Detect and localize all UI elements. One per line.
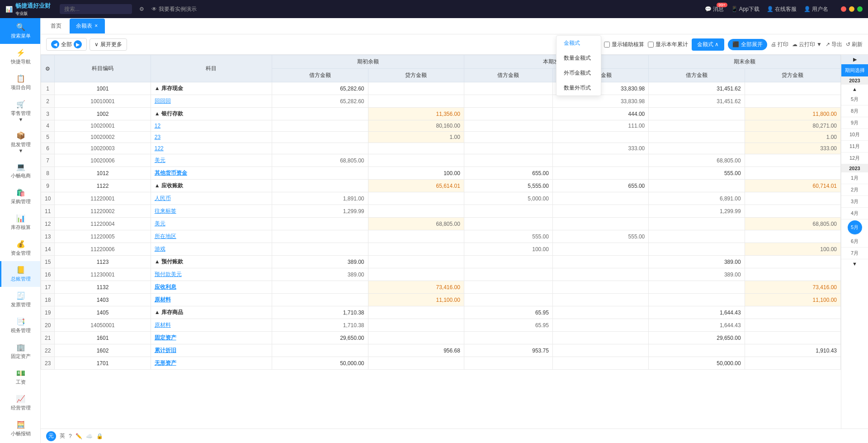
sidebar-item-capital[interactable]: 💰 资金管理 (0, 235, 40, 261)
print-btn[interactable]: 🖨 打印 (771, 41, 788, 48)
bottom-lock-icon[interactable]: 🔒 (96, 433, 103, 439)
window-maximize-btn[interactable] (857, 6, 863, 12)
row-name[interactable]: 应收利息 (151, 281, 272, 294)
table-row[interactable]: 1411220006游戏100.00100.00 (41, 243, 841, 256)
table-row[interactable]: 151123▲ 预付账款389.00389.00 (41, 256, 841, 268)
refresh-btn[interactable]: ↺ 刷新 (846, 41, 863, 48)
message-btn[interactable]: 💬 消息 99+ (705, 5, 724, 13)
sidebar-item-inventory[interactable]: 📊 库存核算 (0, 210, 40, 235)
sidebar-item-retail[interactable]: 🛒 零售管理 ▼ (0, 95, 40, 127)
sidebar-item-invoice[interactable]: 🧾 发票管理 (0, 287, 40, 313)
window-close-btn[interactable] (841, 6, 846, 12)
sidebar-item-wholesale[interactable]: 📦 批发管理 ▼ (0, 127, 40, 158)
table-row[interactable]: 2014050001原材料1,710.3865.951,644.43 (41, 319, 841, 332)
table-row[interactable]: 81012其他货币资金100.00655.00555.00 (41, 167, 841, 180)
period-collapse-btn[interactable]: ▶ (841, 55, 868, 64)
period-month-9[interactable]: 9月 (841, 117, 868, 129)
dropdown-item-qty-foreign[interactable]: 数量外币式 (557, 81, 601, 95)
period-nav-down[interactable]: ▼ (841, 259, 868, 268)
table-row[interactable]: 181403原材料11,100.0011,100.00 (41, 294, 841, 306)
table-row[interactable]: 211601固定资产29,650.0029,650.00 (41, 332, 841, 344)
window-minimize-btn[interactable] (849, 6, 854, 12)
table-row[interactable]: 231701无形资产50,000.0050,000.00 (41, 357, 841, 370)
sidebar-item-ecommerce[interactable]: 💻 小畅电商 (0, 158, 40, 184)
breadcrumb-btn[interactable]: ◀ 全部 ▶ (46, 38, 87, 51)
period-month-1[interactable]: 1月 (841, 172, 868, 184)
period-month-10[interactable]: 10月 (841, 129, 868, 141)
table-row[interactable]: 221602累计折旧956.68953.751,910.43 (41, 344, 841, 357)
period-month-5-top[interactable]: 5月 (841, 94, 868, 105)
period-month-3[interactable]: 3月 (841, 196, 868, 208)
sidebar-item-quick-nav[interactable]: ⚡ 快捷导航 (0, 44, 40, 70)
table-row[interactable]: 710020006美元68,805.0068,805.00 (41, 154, 841, 167)
dropdown-item-foreign-amount[interactable]: 外币金额式 (557, 66, 601, 81)
bottom-lang-icon[interactable]: 英 (60, 432, 65, 440)
top-search-input[interactable] (60, 4, 132, 14)
dropdown-item-amount[interactable]: 金额式 (557, 36, 601, 51)
bottom-edit-icon[interactable]: ✏️ (75, 433, 82, 439)
sidebar-item-expense[interactable]: 🧮 小畅报销 (0, 416, 40, 442)
row-name[interactable]: 其他货币资金 (151, 167, 272, 180)
table-row[interactable]: 191405▲ 库存商品1,710.3865.951,644.43 (41, 306, 841, 319)
nav-right-icon[interactable]: ▶ (74, 40, 82, 48)
table-row[interactable]: 4100200011280,160.00111.0080,271.00 (41, 120, 841, 132)
period-month-7[interactable]: 7月 (841, 248, 868, 259)
table-row[interactable]: 1011220001人民币1,891.005,000.006,891.00 (41, 192, 841, 205)
sidebar-item-assets[interactable]: 🏢 固定资产 (0, 338, 40, 364)
dropdown-item-qty-amount[interactable]: 数量金额式 (557, 51, 601, 66)
period-month-2[interactable]: 2月 (841, 184, 868, 196)
period-month-4[interactable]: 4月 (841, 208, 868, 219)
row-name[interactable]: 原材料 (151, 294, 272, 306)
tab-home[interactable]: 首页 (44, 19, 68, 33)
table-row[interactable]: 171132应收利息73,416.0073,416.00 (41, 281, 841, 294)
sidebar-item-ledger[interactable]: 📒 总账管理 (0, 261, 40, 287)
row-name[interactable]: 12 (151, 120, 272, 132)
table-row[interactable]: 31002▲ 银行存款11,356.00444.0011,800.00 (41, 108, 841, 120)
row-name[interactable]: 固定资产 (151, 332, 272, 344)
table-row[interactable]: 1611230001预付款美元389.00389.00 (41, 268, 841, 281)
user-avatar[interactable]: 👤 用户名 (804, 5, 828, 13)
period-month-8[interactable]: 8月 (841, 105, 868, 117)
table-row[interactable]: 510020002231.001.00 (41, 132, 841, 143)
table-row[interactable]: 610020003122333.00333.00 (41, 143, 841, 154)
demo-link[interactable]: 👁 我要看实例演示 (151, 5, 197, 13)
sidebar-item-purchase[interactable]: 🛍️ 采购管理 (0, 184, 40, 210)
nav-left-icon[interactable]: ◀ (51, 40, 59, 48)
row-name[interactable]: 23 (151, 132, 272, 143)
bottom-cloud-icon[interactable]: ☁️ (86, 433, 93, 439)
expand-all-btn[interactable]: ⬛ 全部展开 (728, 39, 767, 50)
period-nav-up[interactable]: ▲ (841, 85, 868, 94)
bottom-help-icon[interactable]: ? (69, 433, 72, 439)
sidebar-item-tax[interactable]: 📑 税务管理 (0, 313, 40, 338)
period-month-5-active[interactable]: 5月 (848, 220, 862, 235)
online-service-btn[interactable]: 👤 在线客服 (767, 5, 797, 13)
bottom-yuan-icon[interactable]: 元 (46, 431, 56, 441)
cloud-print-btn[interactable]: ☁ 云打印 ▼ (792, 41, 822, 48)
sidebar-item-management[interactable]: 📈 经营管理 (0, 390, 40, 416)
row-name[interactable]: 无形资产 (151, 357, 272, 370)
tab-balance[interactable]: 余额表 × (70, 19, 105, 33)
tab-close-btn[interactable]: × (94, 23, 99, 29)
auxiliary-checkbox[interactable] (604, 42, 610, 48)
ytd-checkbox[interactable] (648, 42, 654, 48)
amount-mode-btn[interactable]: 金额式 ∧ (692, 38, 724, 51)
period-month-6[interactable]: 6月 (841, 236, 868, 248)
row-name[interactable]: 累计折旧 (151, 344, 272, 357)
gear-icon[interactable]: ⚙ (139, 6, 144, 12)
table-row[interactable]: 1211220004美元68,805.0068,805.00 (41, 218, 841, 230)
sidebar-item-search[interactable]: 🔍 搜索菜单 (0, 18, 40, 44)
table-row[interactable]: 1311220005所在地区555.00555.00 (41, 230, 841, 243)
table-row[interactable]: 1111220002往来标签1,299.991,299.99 (41, 205, 841, 218)
settings-col-header[interactable]: ⚙ (41, 55, 55, 82)
table-row[interactable]: 210010001回回回65,282.6033,830.9831,451.62 (41, 95, 841, 108)
export-btn[interactable]: ↗ 导出 (826, 41, 842, 48)
period-month-12[interactable]: 12月 (841, 152, 868, 164)
row-name[interactable]: 122 (151, 143, 272, 154)
expand-more-btn[interactable]: ∨ 展开更多 (90, 38, 127, 51)
table-row[interactable]: 91122▲ 应收账款65,614.015,555.00655.0060,714… (41, 180, 841, 192)
row-name[interactable]: 预付款美元 (151, 268, 272, 281)
app-download-btn[interactable]: 📱 App下载 (731, 5, 760, 13)
table-row[interactable]: 11001▲ 库存现金65,282.6033,830.9831,451.62 (41, 82, 841, 95)
sidebar-item-payroll[interactable]: 💵 工资 (0, 364, 40, 390)
period-month-11[interactable]: 11月 (841, 141, 868, 152)
